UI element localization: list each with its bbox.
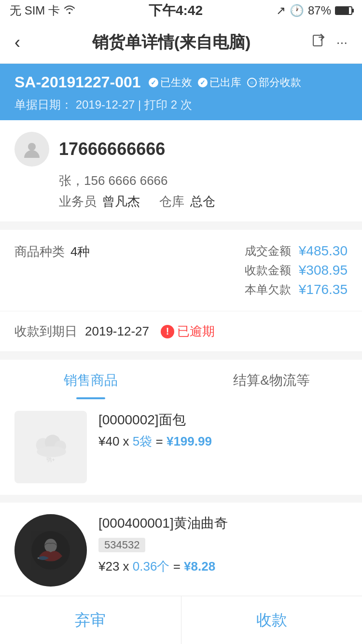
product-name-1: [0000002]面包 [98, 411, 348, 429]
wifi-icon [64, 5, 75, 16]
due-section: 收款到期日 2019-12-27 ! 已逾期 [0, 311, 362, 352]
customer-id: 17666666666 [59, 139, 165, 159]
svg-point-1 [28, 143, 36, 151]
product-type-summary: 商品种类 4种 [14, 243, 90, 260]
cancel-audit-button[interactable]: 弃审 [0, 596, 181, 644]
customer-contact: 张，156 6666 6666 [59, 172, 348, 189]
product-info-1: [0000002]面包 ¥40 x 5袋 = ¥199.99 [98, 411, 348, 450]
order-date-info: 单据日期： 2019-12-27 | 打印 2 次 [14, 97, 348, 112]
product-name-2: [000400001]黄油曲奇 [98, 514, 348, 532]
owed-row: 本单欠款 ¥176.35 [245, 282, 348, 297]
check-icon2: ✓ [198, 78, 208, 87]
product-image-2 [14, 514, 87, 587]
badge-shipped: ✓ 已出库 [198, 75, 241, 90]
collected-row: 收款金额 ¥308.95 [245, 263, 348, 278]
order-id: SA-20191227-001 [14, 73, 141, 91]
nav-actions: ··· [299, 33, 348, 51]
summary-section: 商品种类 4种 成交金额 ¥485.30 收款金额 ¥308.95 本单欠款 ¥… [0, 230, 362, 311]
more-button[interactable]: ··· [336, 35, 348, 50]
amount-summary: 成交金额 ¥485.30 收款金额 ¥308.95 本单欠款 ¥176.35 [245, 243, 348, 297]
tab-bar: 销售商品 结算&物流等 [0, 360, 362, 399]
back-button[interactable]: ‹ [14, 32, 43, 53]
battery-icon [335, 6, 352, 15]
product-price-1: ¥40 x 5袋 = ¥199.99 [98, 433, 348, 450]
location-icon: ↗ [276, 4, 286, 17]
sales-info: 业务员 曾凡杰 [59, 193, 140, 210]
product-price-2: ¥23 x 0.36个 = ¥8.28 [98, 558, 348, 575]
battery-label: 87% [308, 4, 331, 17]
svg-point-8 [44, 539, 57, 553]
svg-point-5 [37, 446, 66, 457]
tabs-section: 销售商品 结算&物流等 [0, 352, 362, 399]
status-badges: ✓ 已生效 ✓ 已出库 ○ 部分收款 [149, 75, 301, 90]
list-item: 鸮+ [0000002]面包 ¥40 x 5袋 = ¥199.99 [0, 399, 362, 495]
nav-bar: ‹ 销货单详情(来自电脑) ··· [0, 21, 362, 64]
overdue-badge: ! 已逾期 [161, 323, 215, 340]
products-list: 鸮+ [0000002]面包 ¥40 x 5袋 = ¥199.99 [0, 399, 362, 598]
warehouse-info: 仓库 总仓 [159, 193, 215, 210]
svg-text:鸮+: 鸮+ [46, 457, 55, 462]
avatar [14, 132, 49, 167]
check-icon: ✓ [149, 78, 158, 87]
header-banner: SA-20191227-001 ✓ 已生效 ✓ 已出库 ○ 部分收款 单据日期：… [0, 64, 362, 120]
carrier-label: 无 SIM 卡 [10, 3, 60, 18]
overdue-text: 已逾期 [177, 323, 215, 340]
bottom-bar: 弃审 收款 [0, 596, 362, 644]
collect-payment-button[interactable]: 收款 [181, 596, 362, 644]
customer-section: 17666666666 张，156 6666 6666 业务员 曾凡杰 仓库 总… [0, 120, 362, 222]
time-label: 下午4:42 [149, 1, 203, 20]
share-button[interactable] [312, 33, 327, 51]
tab-settlement[interactable]: 结算&物流等 [181, 360, 362, 399]
product-info-2: [000400001]黄油曲奇 534532 ¥23 x 0.36个 = ¥8.… [98, 514, 348, 575]
svg-point-9 [38, 557, 39, 559]
status-bar: 无 SIM 卡 下午4:42 ↗ 🕐 87% [0, 0, 362, 21]
overdue-icon: ! [161, 325, 174, 338]
product-sku-2: 534532 [98, 538, 145, 552]
amount-row: 成交金额 ¥485.30 [245, 243, 348, 259]
badge-partial: ○ 部分收款 [247, 75, 301, 90]
page-title: 销货单详情(来自电脑) [43, 31, 299, 54]
customer-meta: 业务员 曾凡杰 仓库 总仓 [59, 193, 348, 210]
product-image-1: 鸮+ [14, 411, 87, 483]
clock-icon: ○ [247, 78, 257, 87]
alarm-icon: 🕐 [290, 4, 304, 17]
list-item: [000400001]黄油曲奇 534532 ¥23 x 0.36个 = ¥8.… [0, 503, 362, 598]
tab-sales-products[interactable]: 销售商品 [0, 360, 181, 399]
badge-effective: ✓ 已生效 [149, 75, 192, 90]
